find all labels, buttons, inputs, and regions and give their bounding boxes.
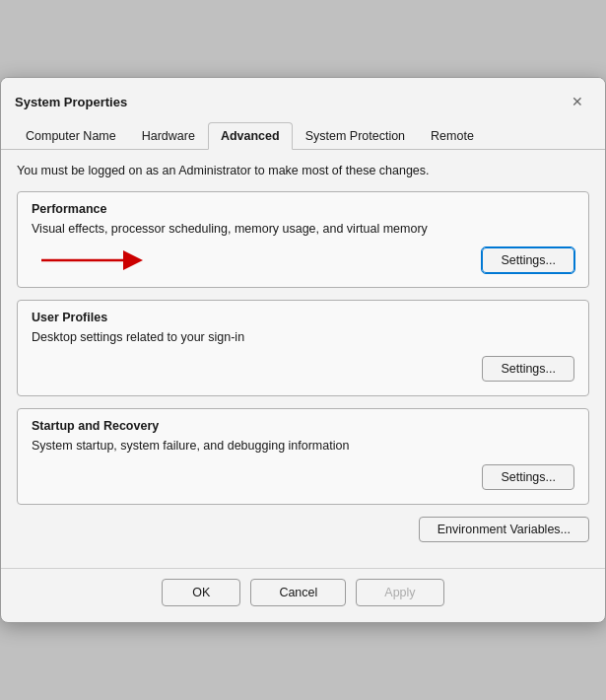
red-arrow-icon [32, 246, 150, 274]
tab-hardware[interactable]: Hardware [129, 122, 208, 150]
apply-button[interactable]: Apply [356, 579, 443, 606]
startup-recovery-description: System startup, system failure, and debu… [32, 439, 574, 453]
tab-system-protection[interactable]: System Protection [293, 122, 418, 150]
tab-computer-name[interactable]: Computer Name [13, 122, 129, 150]
title-bar: System Properties ✕ [1, 78, 605, 115]
startup-recovery-section: Startup and Recovery System startup, sys… [17, 408, 589, 505]
user-profiles-footer: Settings... [32, 356, 574, 382]
performance-settings-button[interactable]: Settings... [482, 247, 574, 273]
arrow-area [32, 246, 150, 274]
user-profiles-title: User Profiles [32, 311, 574, 324]
startup-recovery-footer: Settings... [32, 464, 574, 490]
user-profiles-description: Desktop settings related to your sign-in [32, 330, 574, 344]
tab-bar: Computer Name Hardware Advanced System P… [1, 115, 605, 150]
ok-button[interactable]: OK [162, 579, 240, 606]
tab-remote[interactable]: Remote [418, 122, 487, 150]
main-content: You must be logged on as an Administrato… [1, 150, 605, 564]
startup-recovery-settings-button[interactable]: Settings... [482, 464, 574, 490]
environment-variables-button[interactable]: Environment Variables... [419, 517, 589, 542]
system-properties-dialog: System Properties ✕ Computer Name Hardwa… [0, 77, 606, 623]
dialog-title: System Properties [15, 95, 127, 109]
performance-description: Visual effects, processor scheduling, me… [32, 222, 574, 236]
user-profiles-section: User Profiles Desktop settings related t… [17, 300, 589, 396]
close-button[interactable]: ✕ [564, 88, 591, 115]
user-profiles-settings-button[interactable]: Settings... [482, 356, 574, 382]
close-icon: ✕ [572, 94, 583, 109]
performance-section: Performance Visual effects, processor sc… [17, 191, 589, 288]
footer-buttons: OK Cancel Apply [1, 568, 605, 622]
admin-notice: You must be logged on as an Administrato… [17, 164, 589, 177]
startup-recovery-title: Startup and Recovery [32, 419, 574, 433]
env-variables-row: Environment Variables... [17, 517, 589, 542]
performance-title: Performance [32, 202, 574, 216]
tab-advanced[interactable]: Advanced [208, 122, 293, 150]
cancel-button[interactable]: Cancel [250, 579, 346, 606]
performance-footer: Settings... [32, 247, 574, 273]
